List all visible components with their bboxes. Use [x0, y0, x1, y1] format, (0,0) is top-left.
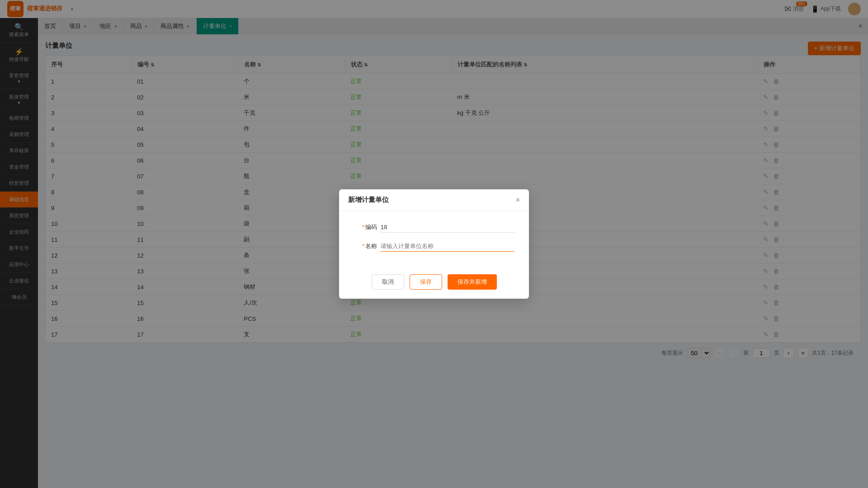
code-label: *编码 [354, 223, 377, 231]
form-row-name: *名称 [354, 241, 514, 252]
dialog-close-btn[interactable]: × [516, 196, 520, 204]
name-input[interactable] [381, 241, 514, 252]
modal-overlay: 新增计量单位 × *编码 *名称 取消 保存 保存并新增 [0, 0, 868, 488]
save-add-button[interactable]: 保存并新增 [448, 274, 497, 290]
dialog-body: *编码 *名称 [339, 211, 529, 267]
dialog-header: 新增计量单位 × [339, 189, 529, 211]
name-label: *名称 [354, 242, 377, 250]
dialog-title: 新增计量单位 [348, 196, 389, 204]
add-unit-dialog: 新增计量单位 × *编码 *名称 取消 保存 保存并新增 [339, 189, 529, 299]
save-button[interactable]: 保存 [410, 274, 442, 290]
cancel-button[interactable]: 取消 [372, 274, 404, 290]
dialog-footer: 取消 保存 保存并新增 [339, 267, 529, 299]
form-row-code: *编码 [354, 222, 514, 233]
code-input[interactable] [381, 222, 514, 233]
